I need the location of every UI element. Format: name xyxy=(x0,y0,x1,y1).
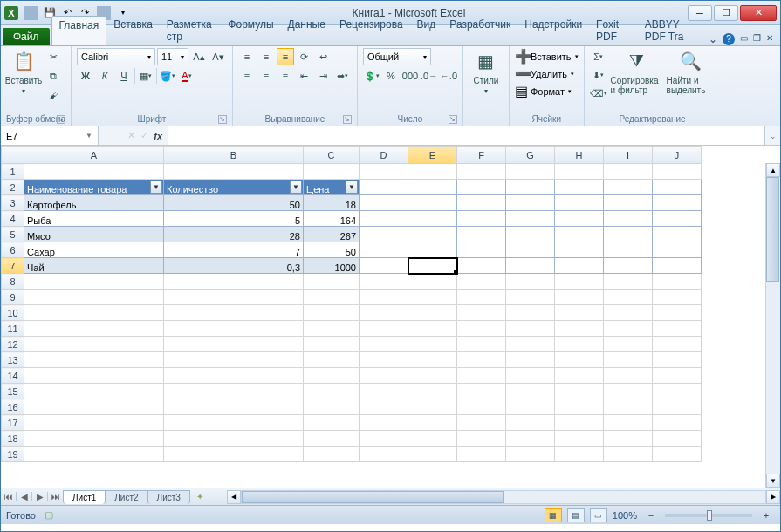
normal-view-icon[interactable]: ▦ xyxy=(545,508,562,522)
cell-F5[interactable] xyxy=(457,227,506,242)
format-cells-button[interactable]: ▤Формат▾ xyxy=(515,83,579,99)
cell-G6[interactable] xyxy=(506,242,555,258)
row-header-11[interactable]: 11 xyxy=(2,321,24,337)
cell-E8[interactable] xyxy=(408,274,457,290)
ribbon-tab-3[interactable]: Формулы xyxy=(221,16,280,45)
hscroll-thumb[interactable] xyxy=(242,491,504,503)
cell-E14[interactable] xyxy=(408,368,457,384)
cell-I14[interactable] xyxy=(604,368,653,384)
cell-B1[interactable] xyxy=(164,164,304,180)
cell-I10[interactable] xyxy=(604,305,653,321)
cell-D16[interactable] xyxy=(360,399,408,415)
help-icon[interactable]: ? xyxy=(723,33,735,45)
insert-function-icon[interactable]: fx xyxy=(154,131,162,141)
select-all-corner[interactable] xyxy=(2,147,24,164)
wrap-text-icon[interactable]: ↩ xyxy=(315,48,332,65)
macro-record-icon[interactable]: ▢ xyxy=(45,509,53,521)
ribbon-tab-10[interactable]: ABBYY PDF Tra xyxy=(638,16,709,45)
cell-G15[interactable] xyxy=(506,384,555,399)
page-break-view-icon[interactable]: ▭ xyxy=(590,508,607,522)
font-dialog-launcher[interactable]: ↘ xyxy=(218,115,227,124)
ribbon-tab-5[interactable]: Рецензирова xyxy=(332,16,410,45)
cell-D11[interactable] xyxy=(360,321,408,337)
delete-cells-button[interactable]: ➖Удалить▾ xyxy=(515,65,579,82)
row-header-16[interactable]: 16 xyxy=(2,399,24,415)
cell-J7[interactable] xyxy=(653,258,702,274)
cell-A19[interactable] xyxy=(24,447,164,462)
cell-H9[interactable] xyxy=(555,290,604,305)
name-box-dropdown-icon[interactable]: ▼ xyxy=(86,132,92,140)
cell-I4[interactable] xyxy=(604,211,653,227)
filter-dropdown-icon[interactable]: ▼ xyxy=(346,181,358,194)
cell-I17[interactable] xyxy=(604,415,653,431)
cell-C4[interactable]: 164 xyxy=(304,211,360,227)
cell-E6[interactable] xyxy=(408,242,457,258)
page-layout-view-icon[interactable]: ▤ xyxy=(567,508,585,522)
file-tab[interactable]: Файл xyxy=(3,28,50,45)
cell-H17[interactable] xyxy=(555,415,604,431)
cell-E1[interactable] xyxy=(408,164,457,180)
format-painter-icon[interactable]: 🖌 xyxy=(45,86,62,104)
row-header-17[interactable]: 17 xyxy=(2,415,24,431)
prev-sheet-icon[interactable]: ◀ xyxy=(17,492,32,501)
row-header-13[interactable]: 13 xyxy=(2,352,24,368)
cell-J4[interactable] xyxy=(653,211,702,227)
decrease-font-icon[interactable]: A▾ xyxy=(209,48,227,65)
cell-I19[interactable] xyxy=(604,447,653,462)
cell-J14[interactable] xyxy=(653,368,702,384)
row-header-9[interactable]: 9 xyxy=(2,290,24,305)
cell-J9[interactable] xyxy=(653,290,702,305)
ribbon-tab-0[interactable]: Главная xyxy=(51,16,107,45)
cell-H1[interactable] xyxy=(555,164,604,180)
cell-I7[interactable] xyxy=(604,258,653,274)
cell-E12[interactable] xyxy=(408,337,457,352)
cell-A8[interactable] xyxy=(24,274,164,290)
merge-button[interactable]: ⬌▾ xyxy=(334,67,352,85)
cell-C17[interactable] xyxy=(304,415,360,431)
row-header-1[interactable]: 1 xyxy=(2,164,24,180)
cell-G18[interactable] xyxy=(506,431,555,447)
cell-F8[interactable] xyxy=(457,274,506,290)
cell-H3[interactable] xyxy=(555,195,604,211)
cell-B7[interactable]: 0,3 xyxy=(164,258,304,274)
italic-button[interactable]: К xyxy=(96,67,113,85)
border-button[interactable]: ▦▾ xyxy=(137,67,154,85)
cell-A15[interactable] xyxy=(24,384,164,399)
cell-I6[interactable] xyxy=(604,242,653,258)
sort-filter-button[interactable]: ⧩ Сортировка и фильтр xyxy=(611,48,663,95)
column-header-B[interactable]: B xyxy=(164,147,304,164)
font-name-select[interactable]: Calibri▾ xyxy=(77,48,155,65)
column-header-A[interactable]: A xyxy=(24,147,164,164)
cell-J16[interactable] xyxy=(653,399,702,415)
increase-font-icon[interactable]: A▴ xyxy=(190,48,208,65)
last-sheet-icon[interactable]: ⏭ xyxy=(48,492,64,501)
cell-J8[interactable] xyxy=(653,274,702,290)
cell-J15[interactable] xyxy=(653,384,702,399)
font-size-select[interactable]: 11▾ xyxy=(157,48,188,65)
cell-C1[interactable] xyxy=(304,164,360,180)
cell-A2[interactable]: Наименование товара▼ xyxy=(24,180,164,195)
column-header-I[interactable]: I xyxy=(604,147,653,164)
cell-B11[interactable] xyxy=(164,321,304,337)
cell-D4[interactable] xyxy=(360,211,408,227)
sheet-tab-1[interactable]: Лист2 xyxy=(105,490,147,504)
cell-D12[interactable] xyxy=(360,337,408,352)
cell-A17[interactable] xyxy=(24,415,164,431)
autosum-icon[interactable]: Σ▾ xyxy=(590,48,607,65)
bold-button[interactable]: Ж xyxy=(77,67,94,85)
cell-I12[interactable] xyxy=(604,337,653,352)
cell-I5[interactable] xyxy=(604,227,653,242)
next-sheet-icon[interactable]: ▶ xyxy=(32,492,48,501)
ribbon-tab-9[interactable]: Foxit PDF xyxy=(589,16,638,45)
fill-color-button[interactable]: 🪣▾ xyxy=(159,67,176,85)
cell-C7[interactable]: 1000 xyxy=(304,258,360,274)
cell-C14[interactable] xyxy=(304,368,360,384)
cell-A3[interactable]: Картофель xyxy=(24,195,164,211)
cell-J5[interactable] xyxy=(653,227,702,242)
number-dialog-launcher[interactable]: ↘ xyxy=(449,115,457,124)
cell-G3[interactable] xyxy=(506,195,555,211)
scroll-up-icon[interactable]: ▲ xyxy=(766,163,780,177)
horizontal-scrollbar[interactable]: ◀ ▶ xyxy=(227,490,780,504)
cell-D3[interactable] xyxy=(360,195,408,211)
cell-D15[interactable] xyxy=(360,384,408,399)
